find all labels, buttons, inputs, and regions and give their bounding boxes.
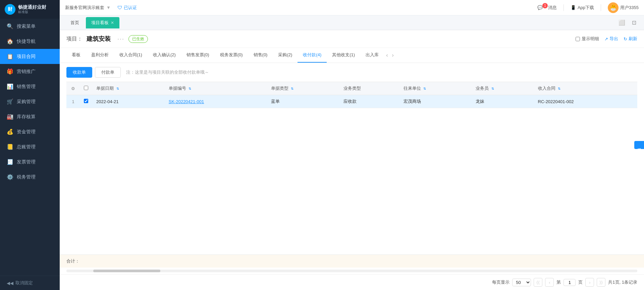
total-label: 合计： xyxy=(66,258,79,264)
sidebar-item-inventory[interactable]: 🏭 库存核算 xyxy=(0,109,60,124)
pagination: 每页显示 50 100 200 ⟨⟨ ‹ 第 页 › ⟩⟩ 共1页, 1条记录 xyxy=(60,274,644,290)
tax-icon: ⚙️ xyxy=(7,174,13,180)
project-label: 项目： xyxy=(66,35,83,43)
warehouse-icon: 🏭 xyxy=(7,114,13,120)
subnav-purchase[interactable]: 采购(2) xyxy=(273,48,298,63)
type-column-header[interactable]: 单据类型 ⇅ xyxy=(267,82,339,95)
topbar-right: 💬 1 消息 📱 App下载 🐣 用户3355 xyxy=(537,2,639,13)
tabbar: 首页 项目看板 ✕ ⬜ ⊡ xyxy=(60,15,644,30)
contract-icon: 📋 xyxy=(7,53,13,60)
subnav-income-contract[interactable]: 收入合同(1) xyxy=(114,48,148,63)
more-icon[interactable]: ··· xyxy=(117,35,124,43)
tab-kanban[interactable]: 项目看板 ✕ xyxy=(86,17,119,28)
sort-icon: ⇅ xyxy=(116,87,119,90)
subnav-sales[interactable]: 销售(0) xyxy=(248,48,273,63)
show-detail-checkbox[interactable]: 显示明细 xyxy=(576,36,599,42)
refresh-button[interactable]: ↻ 刷新 xyxy=(624,36,637,42)
status-badge: 已生效 xyxy=(128,35,148,43)
sort-icon2: ⇅ xyxy=(189,87,191,90)
horizontal-scrollbar[interactable] xyxy=(66,270,637,272)
project-name: 新服务官网演示账套 xyxy=(65,5,104,11)
unpin-icon: ◀◀ xyxy=(7,281,13,286)
sidebar-item-search[interactable]: 🔍 搜索菜单 xyxy=(0,19,60,34)
subnav-inout[interactable]: 出入库 xyxy=(360,48,384,63)
message-badge: 1 xyxy=(542,3,548,8)
table-wrapper: ⚙ 单据日期 ⇅ 单据编号 ⇅ xyxy=(60,82,644,255)
row-income-contract: RC-20220401-002 xyxy=(534,95,637,108)
income-contract-column-header[interactable]: 收入合同 ⇅ xyxy=(534,82,637,95)
partner-column-header[interactable]: 往来单位 ⇅ xyxy=(399,82,472,95)
settings-column-header[interactable]: ⚙ xyxy=(66,82,80,95)
export-icon: ↗ xyxy=(604,37,608,42)
export-button[interactable]: ↗ 导出 xyxy=(604,36,618,42)
detail-check-input[interactable] xyxy=(576,37,580,41)
row-salesperson: 龙妹 xyxy=(472,95,534,108)
sidebar-item-quicknav[interactable]: 🏠 快捷导航 xyxy=(0,34,60,49)
unpin-label: 取消固定 xyxy=(15,280,33,286)
last-page-button[interactable]: ⟩⟩ xyxy=(597,278,605,287)
subnav-income-confirm[interactable]: 收入确认(2) xyxy=(148,48,181,63)
app-download-action[interactable]: 📱 App下载 xyxy=(571,5,594,11)
sidebar-item-funds[interactable]: 💰 资金管理 xyxy=(0,124,60,139)
page-number-input[interactable] xyxy=(564,279,576,286)
table-row: 1 2022-04-21 SK-20220421-001 蓝单 应收款 宏茂商场 xyxy=(66,95,637,108)
sidebar-version: 标准版 xyxy=(18,10,46,14)
tabbar-right: ⬜ ⊡ xyxy=(617,18,639,27)
user-action[interactable]: 🐣 用户3355 xyxy=(608,2,639,13)
row-number-link[interactable]: SK-20220421-001 xyxy=(169,99,204,104)
sidebar-item-ledger[interactable]: 📒 总账管理 xyxy=(0,139,60,154)
subnav-other-expense[interactable]: 其他收支(1) xyxy=(327,48,360,63)
sidebar-item-invoice[interactable]: 🧾 发票管理 xyxy=(0,154,60,169)
page-suffix: 页 xyxy=(578,279,583,285)
next-page-button[interactable]: › xyxy=(585,278,594,287)
receipt-tab-button[interactable]: 收款单 xyxy=(66,67,92,78)
payment-tab-button[interactable]: 付款单 xyxy=(95,67,121,78)
nav-next-arrow[interactable]: › xyxy=(390,50,395,61)
first-page-button[interactable]: ⟨⟨ xyxy=(534,278,542,287)
row-index: 1 xyxy=(66,95,80,108)
message-icon: 💬 xyxy=(537,5,543,10)
sort-icon6: ⇅ xyxy=(558,87,560,90)
prev-page-button[interactable]: ‹ xyxy=(545,278,554,287)
export-label: 导出 xyxy=(609,36,618,42)
subnav-kanban[interactable]: 看板 xyxy=(66,48,86,63)
sidebar-item-marketing[interactable]: 🎁 营销推广 xyxy=(0,64,60,79)
scrollbar-thumb[interactable] xyxy=(93,270,160,272)
topbar-verified: 🛡 已认证 xyxy=(117,5,137,11)
chart-icon: 📊 xyxy=(7,83,13,90)
tab-home[interactable]: 首页 xyxy=(65,17,85,28)
row-checkbox[interactable] xyxy=(84,99,88,103)
subnav-tax-invoice[interactable]: 税务发票(0) xyxy=(215,48,248,63)
page-size-select[interactable]: 50 100 200 xyxy=(512,279,531,286)
date-column-header[interactable]: 单据日期 ⇅ xyxy=(92,82,165,95)
subnav-payment[interactable]: 收付款(4) xyxy=(298,48,327,63)
sidebar-footer[interactable]: ◀◀ 取消固定 xyxy=(0,276,60,290)
row-number: SK-20220421-001 xyxy=(165,95,267,108)
ledger-icon: 📒 xyxy=(7,144,13,150)
sidebar-item-purchase[interactable]: 🛒 采购管理 xyxy=(0,94,60,109)
sidebar-item-label: 采购管理 xyxy=(17,99,36,105)
sidebar-item-contract[interactable]: 📋 项目合同 xyxy=(0,49,60,64)
topbar: 新服务官网演示账套 ▼ 🛡 已认证 💬 1 消息 📱 App下载 🐣 用户335… xyxy=(60,0,644,15)
sidebar-item-label: 销售管理 xyxy=(17,84,36,90)
search-icon: 🔍 xyxy=(7,23,13,29)
number-column-header[interactable]: 单据编号 ⇅ xyxy=(165,82,267,95)
table-footer: 合计： xyxy=(60,255,644,268)
message-action[interactable]: 💬 1 消息 xyxy=(537,5,557,11)
salesperson-column-header[interactable]: 业务员 ⇅ xyxy=(472,82,534,95)
maximize-button[interactable]: ⊡ xyxy=(629,18,639,27)
sidebar-item-sales[interactable]: 📊 销售管理 xyxy=(0,79,60,94)
sidebar-item-tax[interactable]: ⚙️ 税务管理 xyxy=(0,169,60,185)
tab-close-icon[interactable]: ✕ xyxy=(111,20,114,25)
subnav-profit[interactable]: 盈利分析 xyxy=(86,48,114,63)
sidebar: 财 畅捷通好业财 标准版 🔍 搜索菜单 🏠 快捷导航 📋 项目合同 🎁 营销推广… xyxy=(0,0,60,290)
nav-prev-arrow[interactable]: ‹ xyxy=(384,50,390,61)
feedback-button[interactable]: 反馈 xyxy=(634,141,644,149)
subnav-sales-invoice[interactable]: 销售发票(0) xyxy=(181,48,215,63)
minimize-button[interactable]: ⬜ xyxy=(617,18,627,27)
dropdown-icon[interactable]: ▼ xyxy=(106,5,111,10)
select-all-checkbox[interactable] xyxy=(84,86,88,90)
invoice-icon: 🧾 xyxy=(7,159,13,165)
sub-tab-note: 注：这里是与项目关联的全部收付款单哦～ xyxy=(126,69,209,75)
message-label: 消息 xyxy=(548,5,557,11)
